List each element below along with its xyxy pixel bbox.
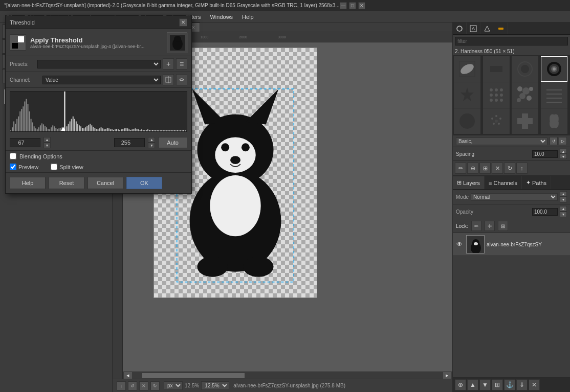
tab-channels[interactable]: ≡ Channels [485,176,522,189]
brushes-tab-icon4[interactable] [494,22,508,34]
layers-section: ⊞ Layers ≡ Channels ✦ Paths Mode Normal [453,175,570,392]
merge-layers-button[interactable]: ⇓ [516,379,528,390]
brushes-tab-icon1[interactable] [453,22,467,34]
auto-button[interactable]: Auto [158,137,187,148]
anchor-layer-button[interactable]: ⚓ [504,379,515,390]
brush-cell-4-selected[interactable] [541,56,567,82]
low-value-input[interactable] [10,138,40,147]
svg-point-171 [499,118,501,120]
preset-menu-button[interactable]: ≡ [176,58,187,70]
svg-point-153 [495,94,498,97]
preset-add-button[interactable]: + [163,58,174,70]
menu-help[interactable]: Help [238,13,258,21]
preview-label[interactable]: Preview [18,164,38,170]
mode-down[interactable]: ▼ [560,197,567,202]
layers-opacity-input[interactable] [532,208,558,216]
threshold-close-button[interactable]: ✕ [179,18,187,27]
lock-pixels-button[interactable]: ✏ [471,221,481,231]
status-export-icon[interactable]: ↓ [117,381,126,390]
status-delete-icon[interactable]: ✕ [139,381,148,390]
brush-cell-8[interactable] [541,82,567,108]
low-value-down[interactable]: ▼ [43,143,51,148]
brush-filter-input[interactable] [455,37,568,45]
threshold-header-text: Apply Threshold alvan-nee-brFsZ7qszSY-un… [30,36,144,49]
brush-action-export[interactable]: ↑ [516,163,528,174]
brush-cell-1[interactable] [454,56,480,82]
h-scroll-left[interactable]: ◂ [124,372,132,379]
cancel-button[interactable]: Cancel [87,177,123,189]
minimize-button[interactable]: — [340,2,347,9]
delete-layer-button[interactable]: ✕ [529,379,540,390]
brush-cell-10[interactable] [483,108,510,134]
brush-mode-icon2[interactable]: ▷ [559,137,567,145]
mode-up[interactable]: ▲ [560,191,567,197]
brush-cell-11[interactable] [512,108,538,134]
svg-rect-116 [176,130,177,131]
h-scrollbar-thumb[interactable] [142,373,245,378]
brush-cell-5[interactable] [454,82,480,108]
tab-paths[interactable]: ✦ Paths [522,176,551,189]
channel-icon-btn-2[interactable] [176,74,187,85]
high-value-up[interactable]: ▲ [148,137,155,143]
status-redo-icon[interactable]: ↻ [150,381,160,390]
brush-action-edit[interactable]: ✏ [455,163,466,174]
brush-action-refresh[interactable]: ↻ [504,163,515,174]
layers-mode-select[interactable]: Normal [471,193,558,201]
preview-checkbox[interactable] [10,164,16,170]
layer-row-1[interactable]: 👁 alvan-nee-brFsZ7qszSY [453,233,570,256]
maximize-button[interactable]: □ [349,2,356,9]
blending-options-checkbox[interactable] [10,153,16,159]
spacing-up[interactable]: ▲ [560,149,567,154]
svg-rect-97 [146,130,147,131]
brush-cell-12[interactable] [541,108,567,134]
svg-rect-92 [138,129,139,131]
split-view-checkbox[interactable] [51,164,57,170]
ok-button[interactable]: OK [126,177,162,189]
opacity-down[interactable]: ▼ [560,212,567,217]
zoom-select[interactable]: 12.5% [201,381,229,390]
lock-alpha-button[interactable]: ⊞ [498,221,508,231]
svg-rect-114 [172,130,173,131]
brush-cell-3[interactable] [512,56,538,82]
lower-layer-button[interactable]: ▼ [479,379,491,390]
brush-mode-icon1[interactable]: ↺ [550,137,558,145]
layer-visibility-toggle[interactable]: 👁 [455,240,464,249]
brush-action-new[interactable]: ⊕ [467,163,478,174]
duplicate-layer-button[interactable]: ⊞ [492,379,503,390]
brush-action-delete[interactable]: ✕ [492,163,503,174]
channel-select[interactable]: Value [42,76,161,84]
split-view-label[interactable]: Split view [59,164,83,170]
lock-position-button[interactable]: ✛ [485,221,495,231]
brush-preview-5-star [457,85,477,105]
reset-button[interactable]: Reset [49,177,84,189]
presets-select[interactable] [37,60,161,68]
opacity-up[interactable]: ▲ [560,206,567,212]
raise-layer-button[interactable]: ▲ [467,379,478,390]
svg-point-156 [495,99,498,102]
h-scroll-right[interactable]: ▸ [443,372,451,379]
tab-layers[interactable]: ⊞ Layers [453,176,485,189]
brush-cell-7[interactable] [512,82,538,108]
svg-rect-89 [133,129,134,131]
menu-windows[interactable]: Windows [206,13,237,21]
brush-cell-9[interactable] [454,108,480,134]
unit-select[interactable]: px [164,381,183,390]
close-window-button[interactable]: ✕ [358,2,365,9]
svg-rect-1 [18,36,24,42]
status-undo-icon[interactable]: ↺ [128,381,137,390]
blending-options-label[interactable]: Blending Options [19,153,62,159]
brush-cell-2[interactable] [483,56,510,82]
brush-spacing-input[interactable] [532,150,558,158]
channel-icon-btn-1[interactable] [163,74,174,85]
brush-mode-select[interactable]: Basic, [456,137,547,145]
new-layer-button[interactable]: ⊕ [455,379,466,390]
brushes-tab-icon2[interactable]: A [467,22,480,34]
high-value-input[interactable] [114,138,145,147]
low-value-up[interactable]: ▲ [43,137,51,143]
brush-cell-6[interactable] [483,82,510,108]
spacing-down[interactable]: ▼ [560,154,567,159]
brush-action-duplicate[interactable]: ⊞ [479,163,491,174]
high-value-down[interactable]: ▼ [148,143,155,148]
brushes-tab-icon3[interactable] [480,22,494,34]
help-button[interactable]: Help [10,177,46,189]
